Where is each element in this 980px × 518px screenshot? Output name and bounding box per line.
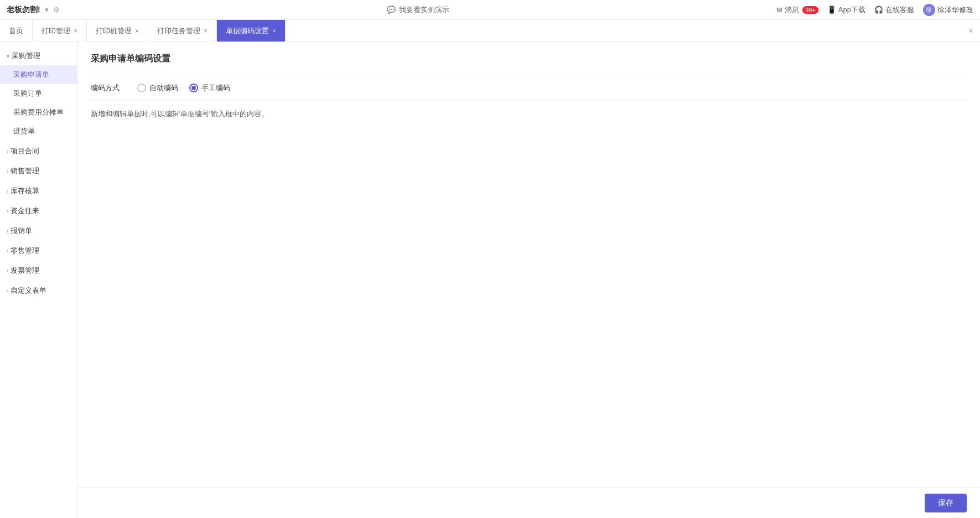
- arrow-right-icon-6: ›: [7, 248, 8, 254]
- sidebar-item-purchase-order[interactable]: 采购申请单: [0, 65, 77, 84]
- sidebar-group-purchase-title[interactable]: ▾ 采购管理: [0, 46, 77, 65]
- logo: 老板勿割!: [7, 5, 40, 15]
- service-item[interactable]: 🎧 在线客服: [874, 5, 914, 15]
- sidebar-group-project-contract-label: 项目合同: [11, 146, 39, 156]
- arrow-right-icon-5: ›: [7, 228, 8, 234]
- message-badge: 99+: [802, 6, 818, 14]
- sidebar-item-inbound-label: 进货单: [13, 127, 35, 135]
- tab-bar: 首页 打印管理 × 打印机管理 × 打印任务管理 × 单据编码设置 × ×: [0, 20, 980, 42]
- top-bar-center: 💬 我要看实例演示: [387, 5, 449, 15]
- service-icon: 🎧: [874, 6, 883, 14]
- sidebar-group-custom-form-title[interactable]: › 自定义表单: [0, 281, 77, 300]
- sidebar-group-purchase-label: 采购管理: [12, 51, 40, 61]
- settings-icon[interactable]: ⚙: [53, 6, 60, 14]
- sidebar-group-sales-label: 销售管理: [11, 166, 39, 176]
- sidebar: ▾ 采购管理 采购申请单 采购订单 采购费用分摊单 进货单 › 项目合同: [0, 42, 77, 518]
- sidebar-group-invoice-title[interactable]: › 发票管理: [0, 261, 77, 280]
- sidebar-group-fund: › 资金往来: [0, 201, 77, 220]
- tab-home-label: 首页: [9, 26, 23, 36]
- page-title: 采购申请单编码设置: [91, 53, 967, 65]
- tab-print-mgmt-close[interactable]: ×: [74, 27, 77, 35]
- user-item[interactable]: 徐 徐泽华修改: [923, 4, 973, 16]
- user-label: 徐泽华修改: [937, 5, 973, 15]
- sidebar-group-custom-form-label: 自定义表单: [11, 286, 46, 296]
- main-content: 采购申请单编码设置 编码方式 自动编码 手工编码 新增和编: [77, 42, 980, 518]
- appdownload-item[interactable]: 📱 App下载: [827, 5, 865, 15]
- sidebar-group-retail-label: 零售管理: [11, 246, 39, 256]
- sidebar-group-retail: › 零售管理: [0, 241, 77, 260]
- sidebar-group-returns: › 报销单: [0, 221, 77, 240]
- tab-single-encoding-close[interactable]: ×: [272, 27, 276, 35]
- demo-icon: 💬: [387, 6, 396, 14]
- tab-printer-mgmt-label: 打印机管理: [96, 26, 132, 36]
- tab-print-task-mgmt[interactable]: 打印任务管理 ×: [148, 20, 217, 42]
- arrow-down-icon: ▾: [7, 53, 9, 59]
- sidebar-group-project-contract-title[interactable]: › 项目合同: [0, 142, 77, 160]
- save-button[interactable]: 保存: [925, 494, 967, 512]
- hint-text: 新增和编辑单据时,可以编辑'单据编号'输入框中的内容。: [91, 109, 967, 119]
- user-avatar: 徐: [923, 4, 935, 16]
- tab-single-encoding[interactable]: 单据编码设置 ×: [217, 20, 286, 42]
- appdownload-label: App下载: [838, 5, 865, 15]
- sidebar-group-inventory-title[interactable]: › 库存核算: [0, 182, 77, 200]
- arrow-right-icon-1: ›: [7, 148, 8, 154]
- main-layout: ▾ 采购管理 采购申请单 采购订单 采购费用分摊单 进货单 › 项目合同: [0, 42, 980, 518]
- tab-print-task-mgmt-label: 打印任务管理: [157, 26, 200, 36]
- arrow-right-icon-7: ›: [7, 268, 8, 274]
- radio-manual[interactable]: 手工编码: [189, 83, 230, 93]
- arrow-right-icon-4: ›: [7, 208, 8, 214]
- arrow-right-icon-2: ›: [7, 168, 8, 174]
- sidebar-group-purchase: ▾ 采购管理 采购申请单 采购订单 采购费用分摊单 进货单: [0, 46, 77, 141]
- tab-home[interactable]: 首页: [0, 20, 33, 42]
- tab-printer-mgmt-close[interactable]: ×: [135, 27, 139, 35]
- page-container: 采购申请单编码设置 编码方式 自动编码 手工编码 新增和编: [77, 42, 980, 487]
- message-item[interactable]: ✉ 消息 99+: [776, 5, 818, 15]
- sidebar-group-retail-title[interactable]: › 零售管理: [0, 241, 77, 260]
- sidebar-item-inbound[interactable]: 进货单: [0, 122, 77, 141]
- sidebar-group-fund-label: 资金往来: [11, 206, 39, 216]
- sidebar-group-returns-label: 报销单: [11, 226, 32, 236]
- radio-manual-circle: [189, 84, 198, 92]
- sidebar-item-purchase-expense[interactable]: 采购费用分摊单: [0, 103, 77, 122]
- radio-auto[interactable]: 自动编码: [137, 83, 178, 93]
- arrow-right-icon-3: ›: [7, 188, 8, 194]
- sidebar-item-purchase-order-label: 采购申请单: [13, 70, 49, 79]
- sidebar-group-sales-title[interactable]: › 销售管理: [0, 162, 77, 180]
- message-icon: ✉: [776, 6, 782, 14]
- sidebar-group-returns-title[interactable]: › 报销单: [0, 221, 77, 240]
- radio-auto-circle: [137, 84, 146, 92]
- top-bar: 老板勿割! ▾ ⚙ 💬 我要看实例演示 ✉ 消息 99+ 📱 App下载 🎧 在…: [0, 0, 980, 20]
- encoding-row: 编码方式 自动编码 手工编码: [91, 76, 967, 100]
- radio-auto-label: 自动编码: [149, 83, 178, 93]
- demo-label[interactable]: 我要看实例演示: [399, 5, 449, 15]
- sidebar-group-custom-form: › 自定义表单: [0, 281, 77, 300]
- page-footer: 保存: [77, 487, 980, 518]
- sidebar-group-sales: › 销售管理: [0, 162, 77, 180]
- tab-printer-mgmt[interactable]: 打印机管理 ×: [87, 20, 148, 42]
- top-bar-right: ✉ 消息 99+ 📱 App下载 🎧 在线客服 徐 徐泽华修改: [776, 4, 973, 16]
- sidebar-item-purchase-expense-label: 采购费用分摊单: [13, 108, 64, 116]
- radio-manual-label: 手工编码: [201, 83, 230, 93]
- tab-close-all[interactable]: ×: [962, 20, 980, 42]
- sidebar-item-purchase-bill-label: 采购订单: [13, 89, 42, 97]
- encoding-label: 编码方式: [91, 83, 124, 93]
- sidebar-group-project-contract: › 项目合同: [0, 142, 77, 160]
- arrow-right-icon-8: ›: [7, 288, 8, 294]
- message-label: 消息: [785, 5, 799, 15]
- sidebar-item-purchase-bill[interactable]: 采购订单: [0, 84, 77, 103]
- sidebar-group-invoice-label: 发票管理: [11, 266, 39, 276]
- sidebar-group-invoice: › 发票管理: [0, 261, 77, 280]
- sidebar-group-inventory: › 库存核算: [0, 182, 77, 200]
- appdownload-icon: 📱: [827, 6, 836, 14]
- sidebar-group-fund-title[interactable]: › 资金往来: [0, 201, 77, 220]
- tab-print-mgmt[interactable]: 打印管理 ×: [33, 20, 87, 42]
- top-bar-left: 老板勿割! ▾ ⚙: [7, 5, 60, 15]
- service-label: 在线客服: [885, 5, 914, 15]
- tab-print-task-mgmt-close[interactable]: ×: [204, 27, 208, 35]
- tab-single-encoding-label: 单据编码设置: [226, 26, 269, 36]
- tab-print-mgmt-label: 打印管理: [42, 26, 70, 36]
- radio-group: 自动编码 手工编码: [137, 83, 230, 93]
- sidebar-group-inventory-label: 库存核算: [11, 186, 39, 196]
- dropdown-icon[interactable]: ▾: [45, 6, 49, 14]
